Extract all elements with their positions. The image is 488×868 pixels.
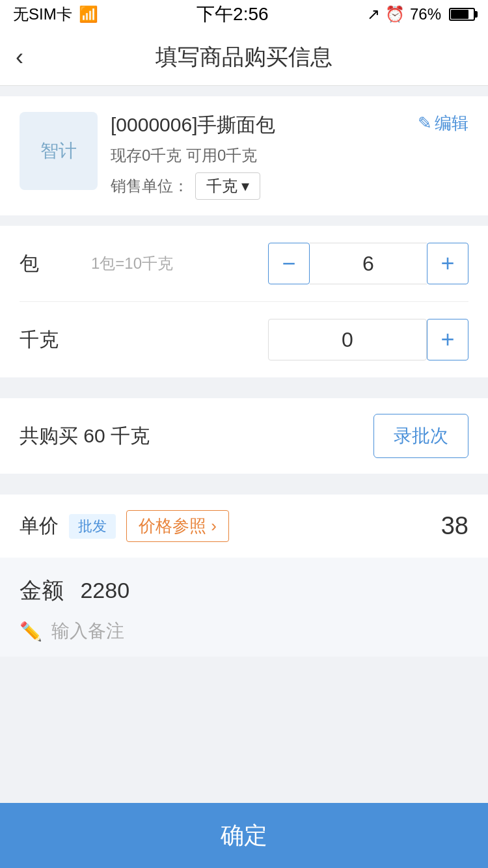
kg-quantity-input[interactable] xyxy=(268,319,427,360)
main-content: 智计 [0000006]手撕面包 ✎ 编辑 现存0千克 可用0千克 销售单位： … xyxy=(0,86,488,852)
price-label: 单价 xyxy=(20,513,59,539)
product-card: 智计 [0000006]手撕面包 ✎ 编辑 现存0千克 可用0千克 销售单位： … xyxy=(0,96,488,215)
pack-quantity-input[interactable] xyxy=(310,243,427,284)
status-right: ↗ ⏰ 76% xyxy=(367,5,475,23)
divider-2 xyxy=(0,377,488,388)
summary-text: 共购买 60 千克 xyxy=(20,423,150,450)
product-logo: 智计 xyxy=(40,140,77,162)
product-name: [0000006]手撕面包 xyxy=(111,112,275,139)
divider-1 xyxy=(0,215,488,226)
pack-controls: − + xyxy=(268,243,468,284)
carrier-label: 无SIM卡 xyxy=(13,4,72,25)
kg-controls: + xyxy=(268,319,468,360)
battery-percent: 76% xyxy=(410,5,441,23)
kg-row: 千克 + xyxy=(20,302,468,377)
note-row[interactable]: ✏️ 输入备注 xyxy=(20,619,468,644)
confirm-bar[interactable]: 确定 xyxy=(0,803,488,868)
confirm-button[interactable]: 确定 xyxy=(221,820,267,852)
nav-bar: ‹ 填写商品购买信息 xyxy=(0,29,488,86)
price-ref-button[interactable]: 价格参照 › xyxy=(126,510,229,542)
kg-label: 千克 xyxy=(20,327,85,353)
edit-icon: ✎ xyxy=(418,113,432,133)
status-bar: 无SIM卡 📶 下午2:56 ↗ ⏰ 76% xyxy=(0,0,488,29)
note-icon: ✏️ xyxy=(20,621,42,642)
amount-label: 金额 xyxy=(20,578,64,603)
pack-row: 包 1包=10千克 − + xyxy=(20,226,468,302)
alarm-icon: ⏰ xyxy=(385,5,405,23)
status-left: 无SIM卡 📶 xyxy=(13,4,98,25)
battery-icon xyxy=(449,8,475,21)
product-unit-row: 销售单位： 千克 ▾ xyxy=(111,172,468,200)
edit-button[interactable]: ✎ 编辑 xyxy=(418,112,468,135)
product-top-row: [0000006]手撕面包 ✎ 编辑 xyxy=(111,112,468,145)
price-value: 38 xyxy=(441,512,468,540)
pack-plus-button[interactable]: + xyxy=(427,243,468,284)
divider-3 xyxy=(0,474,488,484)
pack-hint: 1包=10千克 xyxy=(91,253,268,274)
amount-section: 金额 2280 ✏️ 输入备注 xyxy=(0,558,488,657)
status-time: 下午2:56 xyxy=(197,2,269,27)
price-ref-label: 价格参照 › xyxy=(139,515,217,537)
edit-label: 编辑 xyxy=(435,112,468,135)
amount-value: 2280 xyxy=(80,578,129,603)
unit-label: 销售单位： xyxy=(111,176,189,197)
note-placeholder: 输入备注 xyxy=(51,619,124,644)
amount-row: 金额 2280 xyxy=(20,576,468,606)
price-row: 单价 批发 价格参照 › 38 xyxy=(20,510,468,542)
pack-label: 包 xyxy=(20,251,85,277)
summary-section: 共购买 60 千克 录批次 xyxy=(0,398,488,474)
price-type-tag: 批发 xyxy=(69,514,116,539)
location-icon: ↗ xyxy=(367,5,380,23)
unit-value: 千克 xyxy=(206,176,237,197)
page-title: 填写商品购买信息 xyxy=(156,42,332,72)
price-section: 单价 批发 价格参照 › 38 xyxy=(0,495,488,558)
quantity-section: 包 1包=10千克 − + 千克 + xyxy=(0,226,488,377)
kg-plus-button[interactable]: + xyxy=(427,319,468,360)
product-stock: 现存0千克 可用0千克 xyxy=(111,145,468,166)
pack-minus-button[interactable]: − xyxy=(268,243,310,284)
product-info: [0000006]手撕面包 ✎ 编辑 现存0千克 可用0千克 销售单位： 千克 … xyxy=(111,112,468,200)
back-button[interactable]: ‹ xyxy=(16,44,23,71)
product-image: 智计 xyxy=(20,112,98,190)
wifi-icon: 📶 xyxy=(79,5,98,23)
dropdown-icon: ▾ xyxy=(241,177,249,195)
batch-button[interactable]: 录批次 xyxy=(373,414,468,458)
unit-select[interactable]: 千克 ▾ xyxy=(195,172,260,200)
